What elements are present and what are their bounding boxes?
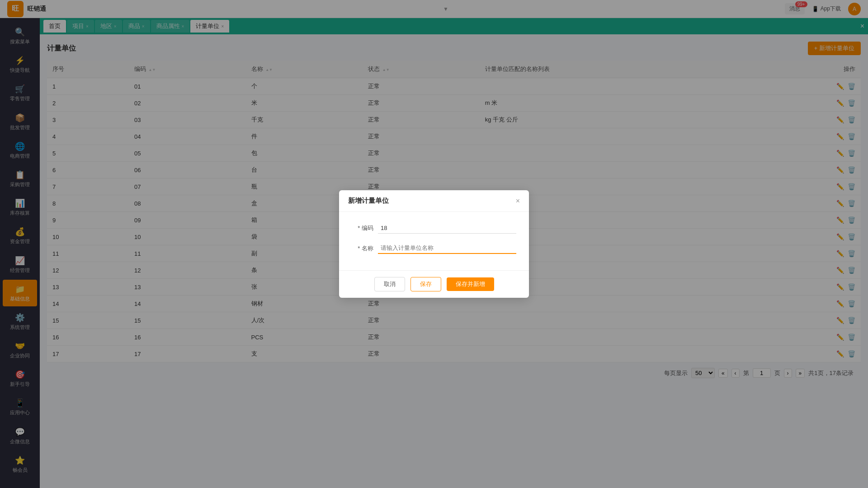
modal-body: * 编码 * 名称 [339,212,529,270]
cancel-button[interactable]: 取消 [374,277,405,291]
save-new-button[interactable]: 保存并新增 [447,277,494,291]
modal-title: 新增计量单位 [348,197,389,205]
modal-footer: 取消 保存 保存并新增 [339,270,529,298]
name-input[interactable] [378,243,516,254]
code-input[interactable] [378,223,516,234]
save-button[interactable]: 保存 [410,277,441,291]
name-label: * 名称 [352,244,373,253]
code-label: * 编码 [352,224,373,232]
modal-overlay: 新增计量单位 × * 编码 * 名称 取消 保存 保存并新增 [0,0,868,488]
add-unit-modal: 新增计量单位 × * 编码 * 名称 取消 保存 保存并新增 [339,190,529,298]
modal-close-button[interactable]: × [516,197,520,205]
form-row-code: * 编码 [352,223,516,234]
modal-header: 新增计量单位 × [339,190,529,212]
form-row-name: * 名称 [352,243,516,254]
